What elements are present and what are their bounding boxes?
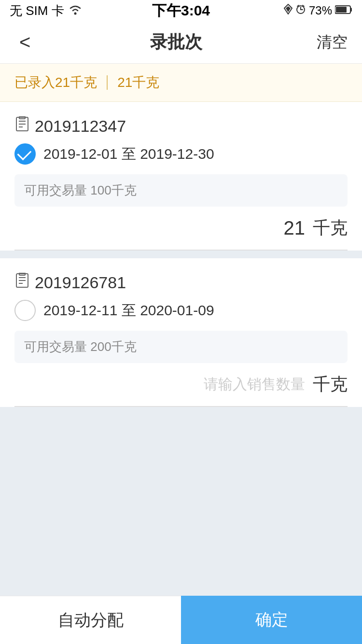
confirm-button[interactable]: 确定 (181, 596, 362, 644)
battery-icon (335, 4, 352, 17)
batch1-quantity: 21 (284, 217, 306, 239)
alarm-icon (295, 4, 306, 17)
batch1-radio[interactable] (14, 143, 36, 165)
batch1-unit: 千克 (313, 216, 348, 240)
auto-distribute-button[interactable]: 自动分配 (0, 596, 181, 644)
clear-button[interactable]: 清空 (317, 32, 348, 53)
batch2-id: 2019126781 (35, 273, 126, 292)
batch1-available: 可用交易量 100千克 (24, 183, 137, 197)
back-button[interactable]: < (14, 27, 35, 58)
batch-card-2: 2019126781 2019-12-11 至 2020-01-09 可用交易量… (0, 258, 362, 407)
info-label: 已录入21千克 (14, 73, 97, 92)
batch1-available-row: 可用交易量 100千克 (14, 174, 348, 207)
carrier-text: 无 SIM 卡 (10, 2, 64, 19)
batch2-id-row: 2019126781 (14, 273, 348, 292)
batch1-icon (14, 116, 30, 136)
status-left: 无 SIM 卡 (10, 2, 83, 19)
batch2-unit: 千克 (313, 373, 348, 396)
batch2-available: 可用交易量 200千克 (24, 339, 137, 354)
batch2-input-placeholder: 请输入销售数量 (204, 375, 305, 394)
info-banner: 已录入21千克 21千克 (0, 64, 362, 102)
batch1-id-row: 2019112347 (14, 116, 348, 136)
info-divider (107, 75, 108, 90)
section-separator-1 (0, 251, 362, 258)
page-title: 录批次 (150, 30, 202, 54)
battery-percent: 73% (309, 4, 332, 17)
batch2-available-row: 可用交易量 200千克 (14, 331, 348, 363)
batch2-icon (14, 273, 30, 292)
status-bar: 无 SIM 卡 下午3:04 (0, 0, 362, 21)
status-right: 73% (284, 4, 352, 17)
batch2-input-row[interactable]: 请输入销售数量 千克 (0, 363, 362, 406)
batch2-radio[interactable] (14, 300, 36, 321)
batch1-date: 2019-12-01 至 2019-12-30 (43, 144, 214, 164)
bottom-bar: 自动分配 确定 (0, 596, 362, 644)
batch1-date-row[interactable]: 2019-12-01 至 2019-12-30 (14, 143, 348, 165)
status-time: 下午3:04 (152, 1, 210, 21)
batch2-date: 2019-12-11 至 2020-01-09 (43, 301, 214, 321)
location-icon (284, 4, 292, 17)
svg-rect-7 (350, 8, 352, 12)
svg-point-0 (74, 12, 76, 14)
svg-rect-8 (336, 7, 347, 13)
wifi-icon (68, 3, 83, 18)
batch2-date-row[interactable]: 2019-12-11 至 2020-01-09 (14, 300, 348, 321)
batch1-quantity-row: 21 千克 (0, 207, 362, 250)
info-value: 21千克 (117, 73, 159, 92)
batch-card-1: 2019112347 2019-12-01 至 2019-12-30 可用交易量… (0, 102, 362, 251)
nav-bar: < 录批次 清空 (0, 21, 362, 64)
empty-area (0, 407, 362, 615)
batch1-id: 2019112347 (35, 117, 126, 136)
